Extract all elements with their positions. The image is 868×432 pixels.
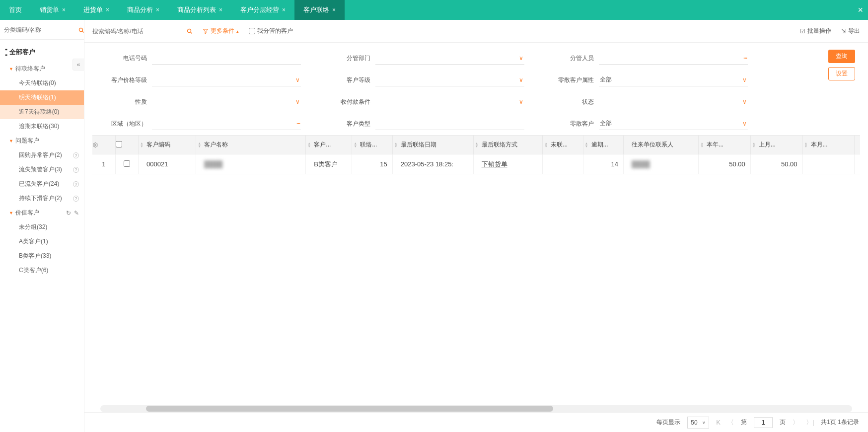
filter-label-customer-type: 客户类型	[321, 120, 375, 128]
tab-product-analysis[interactable]: 商品分析×	[118, 0, 168, 20]
close-icon[interactable]: ×	[156, 6, 159, 13]
cell-overdue: 14	[583, 154, 624, 174]
horizontal-scrollbar[interactable]	[100, 405, 852, 412]
caret-down-icon: ▼	[9, 139, 13, 144]
col-customer-code[interactable]: ▲▼客户编码	[139, 136, 196, 154]
pager-last[interactable]: 〉|	[806, 418, 814, 427]
pager: 每页显示 50 ∨ K 〈 第 页 〉 〉| 共1页 1条记录	[84, 412, 868, 432]
close-icon[interactable]: ×	[219, 6, 222, 13]
tree-leaf-tomorrow[interactable]: 明天待联络(1)	[0, 90, 84, 105]
tree-leaf-class-b[interactable]: B类客户(33)	[0, 249, 84, 263]
filter-input-customer-type[interactable]	[375, 117, 524, 130]
more-conditions-toggle[interactable]: 更多条件 ▴	[203, 27, 239, 35]
filter-input-customer-level[interactable]: ∨	[375, 73, 524, 86]
filter-input-scattered-attr[interactable]: 全部∨	[599, 73, 748, 86]
help-icon[interactable]: ?	[73, 196, 79, 202]
app-close-button[interactable]: ×	[858, 0, 863, 20]
tree-leaf-repurchase-abnormal[interactable]: 回购异常客户(2)?	[0, 148, 84, 162]
edit-icon[interactable]: ✎	[74, 210, 79, 216]
tree-leaf-class-a[interactable]: A类客户(1)	[0, 234, 84, 249]
cell-last-method[interactable]: 下销货单	[474, 154, 543, 174]
tree-leaf-churn-warning[interactable]: 流失预警客户(3)?	[0, 162, 84, 177]
query-button[interactable]: 查询	[828, 50, 855, 63]
refresh-icon[interactable]: ↻	[66, 210, 71, 216]
filter-input-status[interactable]: ∨	[599, 95, 748, 108]
page-input[interactable]	[754, 417, 773, 428]
col-customer-name[interactable]: ▲▼客户名称	[196, 136, 306, 154]
chevron-down-icon: ∨	[519, 76, 523, 83]
filter-input-nature[interactable]: ∨	[152, 95, 301, 108]
pager-first[interactable]: K	[716, 419, 721, 426]
sidebar-collapse-button[interactable]: «	[72, 59, 84, 71]
close-icon[interactable]: ×	[62, 6, 66, 13]
sidebar-search-input[interactable]	[4, 26, 78, 33]
col-contact-days[interactable]: ▲▼联络...	[352, 136, 392, 154]
chevron-down-icon: ∨	[702, 420, 706, 425]
table-header-row: ▲▼客户编码 ▲▼客户名称 ▲▼客户... ▲▼联络... ▲▼最后联络日期 ▲…	[92, 136, 860, 154]
tab-purchase-order[interactable]: 进货单×	[74, 0, 118, 20]
filter-input-manager[interactable]: ···	[599, 52, 748, 65]
search-icon[interactable]	[187, 28, 193, 35]
tree-leaf-overdue[interactable]: 逾期未联络(30)	[0, 119, 84, 134]
filter-input-price-level[interactable]: ∨	[152, 73, 301, 86]
table-row[interactable]: 1 000021 ████ B类客户 15 2023-05-23 18:25: …	[92, 154, 860, 174]
tab-product-analysis-list[interactable]: 商品分析列表×	[168, 0, 231, 20]
export-button[interactable]: ⇲ 导出	[841, 27, 860, 35]
tab-customer-tier[interactable]: 客户分层经营×	[231, 0, 294, 20]
col-this-month[interactable]: ▲▼本月...	[803, 136, 855, 154]
col-contact-person[interactable]: 往来单位联系人	[624, 136, 699, 154]
svg-point-5	[95, 144, 96, 146]
filter-label-payment: 收付款条件	[321, 98, 375, 106]
close-icon[interactable]: ×	[332, 6, 336, 13]
column-settings[interactable]	[92, 136, 116, 154]
tree-leaf-7days[interactable]: 近7天待联络(0)	[0, 105, 84, 119]
row-checkbox[interactable]	[116, 154, 139, 174]
col-last-month[interactable]: ▲▼上月...	[751, 136, 803, 154]
search-input[interactable]	[92, 28, 177, 35]
settings-button[interactable]: 设置	[828, 67, 855, 80]
col-uncontacted[interactable]: ▲▼未联...	[543, 136, 583, 154]
tree-group-pending-contact[interactable]: ▼ 待联络客户	[0, 62, 84, 76]
chevron-up-icon: ▴	[236, 29, 239, 34]
filter-input-department[interactable]: ∨	[375, 52, 524, 65]
export-icon: ⇲	[841, 28, 846, 35]
filter-input-scattered[interactable]: 全部∨	[599, 117, 748, 130]
col-last-contact-method[interactable]: ▲▼最后联络方式	[474, 136, 543, 154]
cell-contact-person: ████	[624, 154, 699, 174]
help-icon[interactable]: ?	[73, 152, 79, 158]
scrollbar-thumb[interactable]	[146, 406, 553, 412]
svg-point-0	[79, 28, 83, 31]
tree-group-problem-customers[interactable]: ▼ 问题客户	[0, 134, 84, 148]
tree-leaf-class-c[interactable]: C类客户(6)	[0, 263, 84, 278]
batch-ops-button[interactable]: ☑ 批量操作	[800, 27, 831, 35]
tree-leaf-declining[interactable]: 持续下滑客户(2)?	[0, 191, 84, 206]
filter-input-payment[interactable]: ∨	[375, 95, 524, 108]
close-icon[interactable]: ×	[282, 6, 286, 13]
ellipsis-icon[interactable]: ···	[743, 55, 747, 62]
search-icon[interactable]	[78, 26, 84, 34]
tree-group-value-customers[interactable]: ▼ 价值客户 ↻ ✎	[0, 206, 84, 220]
tree-root-all-customers[interactable]: ▪▪▪▪ 全部客户	[0, 43, 84, 62]
select-all-checkbox[interactable]	[116, 136, 139, 154]
cell-code: 000021	[139, 154, 196, 174]
per-page-select[interactable]: 50 ∨	[687, 417, 709, 429]
filter-input-phone[interactable]	[152, 52, 301, 65]
tab-sales-order[interactable]: 销货单×	[31, 0, 74, 20]
pager-prev[interactable]: 〈	[727, 418, 734, 427]
col-overdue[interactable]: ▲▼逾期...	[583, 136, 624, 154]
col-year[interactable]: ▲▼本年...	[699, 136, 751, 154]
help-icon[interactable]: ?	[73, 167, 79, 173]
tree-leaf-today[interactable]: 今天待联络(0)	[0, 76, 84, 90]
tab-customer-contact[interactable]: 客户联络×	[294, 0, 345, 20]
ellipsis-icon[interactable]: ···	[296, 120, 300, 127]
close-icon[interactable]: ×	[106, 6, 109, 13]
tree-leaf-churned[interactable]: 已流失客户(24)?	[0, 177, 84, 191]
col-customer-level[interactable]: ▲▼客户...	[306, 136, 352, 154]
tree-leaf-ungrouped[interactable]: 未分组(32)	[0, 220, 84, 234]
my-customers-checkbox[interactable]: 我分管的客户	[249, 27, 293, 35]
col-last-contact-date[interactable]: ▲▼最后联络日期	[393, 136, 474, 154]
pager-next[interactable]: 〉	[793, 418, 799, 427]
filter-input-region[interactable]: ···	[152, 117, 301, 130]
help-icon[interactable]: ?	[73, 181, 79, 187]
tab-home[interactable]: 首页	[0, 0, 31, 20]
